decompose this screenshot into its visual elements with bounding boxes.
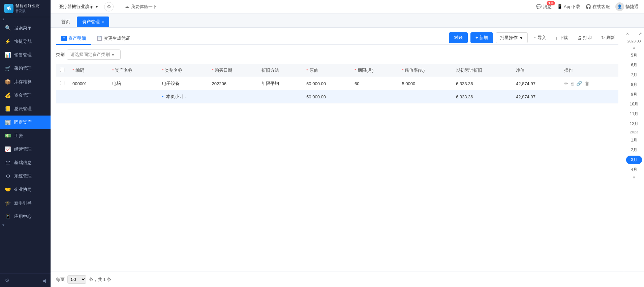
sidebar-item-funds[interactable]: 💰 资金管理 <box>0 89 51 102</box>
table-row: 000001 电脑 电子设备 202206 年限平均 50,000.00 60 … <box>56 77 618 90</box>
divider <box>119 3 119 10</box>
copy-icon[interactable]: ⎘ <box>571 81 574 86</box>
collapse-sidebar-button[interactable]: ◀ <box>42 278 46 283</box>
sidebar-item-system[interactable]: ⚙ 系统管理 <box>0 169 51 183</box>
tab-home[interactable]: 首页 <box>56 17 75 27</box>
month-item-10[interactable]: 10月 <box>624 99 644 109</box>
sidebar-item-operations[interactable]: 📈 经营管理 <box>0 142 51 156</box>
month-item-5[interactable]: 5月 <box>624 51 644 60</box>
sidebar-item-label: 基础信息 <box>14 160 32 166</box>
col-header-code: 编码 <box>68 64 108 77</box>
sidebar-item-search[interactable]: 🔍 搜索菜单 <box>0 21 51 35</box>
sidebar-item-basic-info[interactable]: 🗃 基础信息 <box>0 156 51 169</box>
month-item-3-active[interactable]: 3月 <box>626 156 642 164</box>
download-button[interactable]: ↓ 下载 <box>552 33 572 42</box>
tab-asset-management[interactable]: 资产管理 × <box>77 17 109 27</box>
reconcile-button[interactable]: 对账 <box>449 32 468 43</box>
sidebar-item-label: 总账管理 <box>14 106 32 112</box>
subtotal-accumulated: 6,333.36 <box>452 90 512 103</box>
sidebar-item-app-center[interactable]: 📱 应用中心 <box>0 210 51 223</box>
category-select[interactable]: 请选择固定资产类别 ▾ <box>67 50 121 60</box>
month-scroll-up[interactable]: ▲ <box>632 44 637 51</box>
right-panel-header: × ⤢ <box>624 30 644 38</box>
sidebar-item-label: 经营管理 <box>14 146 32 152</box>
topbar: 医疗器械行业演示 ▾ ⚙ ☁ 我要体验一下 💬 消息 99+ 📱 App下载 🎧… <box>51 0 644 13</box>
scroll-down-arrow[interactable]: ▼ <box>0 223 7 227</box>
sidebar-item-ledger[interactable]: 📒 总账管理 <box>0 102 51 116</box>
filter-row: 类别 请选择固定资产类别 ▾ <box>56 50 618 60</box>
sidebar-item-sales[interactable]: 📊 销售管理 <box>0 48 51 62</box>
sidebar: 畅 畅捷通好业财 普及版 ▲ 🔍 搜索菜单 ⚡ 快捷导航 📊 销售管理 🛒 采购… <box>0 0 51 287</box>
sub-tab-voucher[interactable]: 📄 变更生成凭证 <box>91 32 135 45</box>
inventory-icon: 📦 <box>5 79 11 85</box>
guide-icon: 🎓 <box>5 200 11 206</box>
select-all-checkbox[interactable] <box>60 68 64 72</box>
subtotal-empty-1 <box>56 90 68 103</box>
app-logo: 畅 畅捷通好业财 普及版 <box>0 0 51 17</box>
month-item-1[interactable]: 1月 <box>624 135 644 145</box>
month-scroll-down[interactable]: ▼ <box>632 174 637 181</box>
sidebar-item-payroll[interactable]: 💵 工资 <box>0 129 51 142</box>
cell-net-value: 42,874.97 <box>512 77 560 90</box>
scroll-up-arrow[interactable]: ▲ <box>0 17 7 21</box>
app-download-label: App下载 <box>564 4 580 10</box>
settings-button[interactable]: ⚙ <box>104 2 114 11</box>
refresh-button[interactable]: ↻ 刷新 <box>598 33 618 42</box>
company-selector[interactable]: 医疗器械行业演示 ▾ <box>56 2 101 11</box>
sub-tabs: ≡ 资产明细 📄 变更生成凭证 对账 + 新增 批量操作 ▼ ↑ <box>56 32 618 45</box>
import-icon: ↑ <box>534 35 536 40</box>
sidebar-item-quicknav[interactable]: ⚡ 快捷导航 <box>0 35 51 48</box>
print-button[interactable]: 🖨 打印 <box>574 33 595 42</box>
sidebar-item-purchase[interactable]: 🛒 采购管理 <box>0 62 51 75</box>
payroll-icon: 💵 <box>5 133 11 139</box>
new-button[interactable]: + 新增 <box>470 32 493 43</box>
user-profile[interactable]: 👤 畅捷通 <box>615 2 639 11</box>
right-panel-close-button[interactable]: × <box>626 31 629 36</box>
page-content: ≡ 资产明细 📄 变更生成凭证 对账 + 新增 批量操作 ▼ ↑ <box>51 28 624 272</box>
total-label: 条，共 1 条 <box>89 277 111 283</box>
edit-icon[interactable]: ✏ <box>564 81 568 86</box>
app-center-icon: 📱 <box>5 214 11 220</box>
sidebar-item-fixed-assets[interactable]: 🏢 固定资产 <box>0 116 51 129</box>
cell-actions: ✏ ⎘ 🔗 🗑 <box>560 77 618 90</box>
batch-button[interactable]: 批量操作 ▼ <box>496 32 528 43</box>
sidebar-item-guide[interactable]: 🎓 新手引导 <box>0 196 51 210</box>
month-item-12[interactable]: 12月 <box>624 119 644 129</box>
month-item-7[interactable]: 7月 <box>624 70 644 80</box>
link-icon[interactable]: 🔗 <box>576 81 582 86</box>
page-size-select[interactable]: 50 10 20 100 <box>67 275 86 284</box>
per-page-label: 每页 <box>56 277 65 283</box>
sidebar-item-inventory[interactable]: 📦 库存核算 <box>0 75 51 89</box>
cell-category: 电子设备 <box>158 77 208 90</box>
month-item-8[interactable]: 8月 <box>624 80 644 90</box>
col-header-accumulated: 期初累计折旧 <box>452 64 512 77</box>
month-item-9[interactable]: 9月 <box>624 90 644 99</box>
sidebar-item-label: 资金管理 <box>14 92 32 98</box>
month-item-11[interactable]: 11月 <box>624 109 644 119</box>
subtotal-row: ▪ 本页小计： 50,000.00 6,333.36 42,874.97 <box>56 90 618 103</box>
import-button[interactable]: ↑ 导入 <box>530 33 550 42</box>
message-button[interactable]: 💬 消息 99+ <box>536 4 552 10</box>
subtotal-label: ▪ 本页小计： <box>158 90 303 103</box>
tab-close-icon[interactable]: × <box>102 20 104 24</box>
settings-icon[interactable]: ⚙ <box>5 277 9 284</box>
month-item-4[interactable]: 4月 <box>624 165 644 174</box>
refresh-label: 刷新 <box>606 35 615 41</box>
right-panel-expand-button[interactable]: ⤢ <box>639 31 642 36</box>
app-download-button[interactable]: 📱 App下载 <box>557 4 580 10</box>
month-item-2[interactable]: 2月 <box>624 145 644 155</box>
funds-icon: 💰 <box>5 92 11 98</box>
month-item-6[interactable]: 6月 <box>624 60 644 70</box>
basic-info-icon: 🗃 <box>5 160 11 165</box>
sidebar-item-label: 系统管理 <box>14 173 32 179</box>
online-service-button[interactable]: 🎧 在线客服 <box>586 4 610 10</box>
sidebar-item-cooperation[interactable]: 🤝 企业协同 <box>0 183 51 196</box>
right-panel: × ⤢ 2023.03 ▲ 5月 6月 7月 8月 9月 10月 11月 12月… <box>624 28 644 272</box>
sub-tab-assets[interactable]: ≡ 资产明细 <box>56 32 91 45</box>
asset-table-wrap: 编码 资产名称 类别名称 购买日期 折旧方法 原值 期限(月) 残值率(%) 期… <box>56 64 618 103</box>
delete-icon[interactable]: 🗑 <box>585 81 589 86</box>
cooperation-icon: 🤝 <box>5 187 11 193</box>
subtotal-empty-3 <box>108 90 158 103</box>
row-checkbox[interactable] <box>60 81 64 85</box>
experience-button[interactable]: ☁ 我要体验一下 <box>125 4 157 10</box>
